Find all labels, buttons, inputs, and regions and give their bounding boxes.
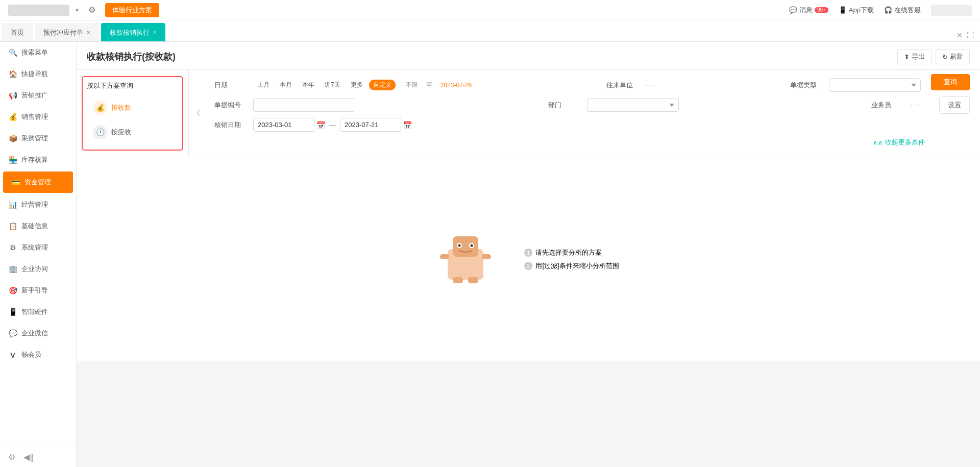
tab-receipt-label: 收款核销执行	[110, 28, 150, 37]
sidebar-item-marketing[interactable]: 📢 营销推广	[0, 85, 76, 106]
sidebar-item-search-menu[interactable]: 🔍 搜索菜单	[0, 42, 76, 63]
custom-date-badge[interactable]: 自定义	[369, 80, 396, 90]
service-icon: 🎧	[884, 6, 892, 14]
tab-prepay-close[interactable]: ✕	[86, 30, 90, 35]
online-service-button[interactable]: 🎧 在线客服	[884, 6, 921, 15]
sidebar-item-quick-nav[interactable]: 🏠 快捷导航	[0, 63, 76, 85]
date-to-value: 2023-07-26	[440, 82, 472, 89]
sidebar-item-guide[interactable]: 🎯 新手引导	[0, 280, 76, 301]
refresh-icon: ↻	[942, 53, 948, 61]
sidebar-item-search-menu-label: 搜索菜单	[21, 48, 48, 57]
tab-receipt-close[interactable]: ✕	[153, 30, 157, 35]
more-date-btn[interactable]: 更多	[347, 80, 367, 90]
action-buttons-col: 查询 设置	[931, 70, 980, 157]
filter-option-receivable[interactable]: 🕐 按应收	[87, 121, 178, 143]
collapse-more-button[interactable]: ∧∧ 收起更多条件	[867, 136, 931, 149]
inventory-icon: 🏪	[8, 155, 17, 164]
empty-hints: 1 请先选择要分析的方案 2 用[过滤]条件来缩小分析范围	[524, 248, 619, 271]
svg-rect-8	[453, 277, 463, 283]
quick-nav-icon: 🏠	[8, 69, 17, 79]
app-download-button[interactable]: 📱 App下载	[839, 6, 874, 15]
user-avatar[interactable]	[931, 5, 972, 16]
sidebar-item-vip[interactable]: V 畅会员	[0, 344, 76, 365]
maximize-icon[interactable]: ⛶	[967, 31, 974, 39]
bill-no-input[interactable]	[253, 98, 355, 112]
sidebar-item-marketing-label: 营销推广	[21, 91, 48, 100]
content-area: 收款核销执行(按收款) ⬆ 导出 ↻ 刷新 按以下方案查询	[77, 42, 980, 467]
calendar-start-icon[interactable]: 📅	[316, 121, 325, 129]
filter-row-2: 单据编号 部门 业务员 ···	[204, 98, 931, 112]
business-icon: 📊	[8, 200, 17, 209]
dept-select[interactable]	[587, 98, 679, 112]
sidebar-item-basic-info[interactable]: 📋 基础信息	[0, 215, 76, 237]
by-receipt-icon: 💰	[93, 101, 107, 115]
filter-scheme-title: 按以下方案查询	[87, 81, 178, 90]
tab-home[interactable]: 首页	[2, 23, 33, 41]
download-icon: 📱	[839, 6, 847, 14]
hint-2-text: 用[过滤]条件来缩小分析范围	[535, 261, 619, 271]
sidebar-item-purchase[interactable]: 📦 采购管理	[0, 128, 76, 149]
verify-date-label: 核销日期	[214, 120, 245, 130]
filter-area: 按以下方案查询 💰 按收款 🕐 按应收 《	[77, 70, 980, 157]
collapse-more-area: ∧∧ 收起更多条件	[204, 136, 931, 149]
sidebar-item-purchase-label: 采购管理	[21, 134, 48, 143]
verify-date-start-input[interactable]	[253, 118, 314, 132]
calendar-end-icon[interactable]: 📅	[403, 121, 412, 129]
last-7days-btn[interactable]: 近7天	[321, 80, 345, 90]
sidebar-settings-icon[interactable]: ⚙	[8, 452, 15, 462]
enterprise-icon: 🏢	[8, 264, 17, 274]
svg-point-5	[471, 244, 473, 247]
filter-left: 按以下方案查询 💰 按收款 🕐 按应收 《	[77, 70, 204, 157]
sidebar: 🔍 搜索菜单 🏠 快捷导航 📢 营销推广 💰 销售管理 📦 采购管理 🏪 库存核…	[0, 42, 77, 467]
verify-date-end-input[interactable]	[340, 118, 401, 132]
sidebar-item-system[interactable]: ⚙ 系统管理	[0, 237, 76, 258]
sidebar-item-funds[interactable]: 💳 资金管理	[3, 171, 73, 193]
sidebar-item-enterprise[interactable]: 🏢 企业协同	[0, 258, 76, 280]
robot-svg	[437, 231, 494, 287]
last-month-btn[interactable]: 上月	[253, 80, 274, 90]
query-button[interactable]: 查询	[931, 74, 970, 90]
tab-home-label: 首页	[11, 28, 24, 37]
staff-dots[interactable]: ···	[910, 100, 921, 110]
this-month-btn[interactable]: 本月	[276, 80, 296, 90]
sidebar-item-smart-hw[interactable]: 📱 智能硬件	[0, 301, 76, 323]
wechat-icon: 💬	[8, 329, 17, 338]
tab-prepay[interactable]: 预付冲应付单 ✕	[35, 23, 99, 41]
sidebar-item-business[interactable]: 📊 经营管理	[0, 194, 76, 215]
sidebar-collapse-icon[interactable]: ◀‖	[23, 452, 34, 462]
sidebar-item-inventory[interactable]: 🏪 库存核算	[0, 149, 76, 170]
sidebar-item-smart-hw-label: 智能硬件	[21, 307, 48, 316]
dept-label: 部门	[548, 101, 579, 110]
sidebar-item-wechat-label: 企业微信	[21, 329, 48, 338]
message-button[interactable]: 💬 消息 99+	[789, 6, 828, 15]
search-menu-icon: 🔍	[8, 48, 17, 57]
filter-option-receipt[interactable]: 💰 按收款	[87, 96, 178, 119]
dropdown-arrow[interactable]: ▾	[76, 7, 79, 14]
by-receivable-label: 按应收	[111, 128, 131, 137]
close-all-icon[interactable]: ✕	[957, 31, 963, 39]
marketing-icon: 📢	[8, 91, 17, 100]
empty-illustration	[437, 231, 494, 287]
sidebar-item-sales[interactable]: 💰 销售管理	[0, 106, 76, 128]
sidebar-item-wechat[interactable]: 💬 企业微信	[0, 323, 76, 344]
sidebar-item-business-label: 经营管理	[21, 200, 48, 209]
bill-type-select[interactable]	[829, 78, 921, 92]
date-to-text: 至	[426, 81, 432, 89]
settings-icon[interactable]: ⚙	[85, 3, 99, 17]
export-button[interactable]: ⬆ 导出	[897, 49, 932, 64]
tab-actions: ✕ ⛶	[957, 31, 980, 41]
solution-button[interactable]: 体验行业方案	[105, 3, 159, 17]
filter-collapse-button[interactable]: 《	[189, 70, 204, 157]
svg-point-4	[458, 244, 461, 247]
filter-row-3: 核销日期 📅 — 📅	[204, 118, 931, 132]
refresh-button[interactable]: ↻ 刷新	[936, 49, 970, 64]
sidebar-item-quick-nav-label: 快捷导航	[21, 69, 48, 79]
tab-receipt[interactable]: 收款核销执行 ✕	[101, 23, 165, 41]
main-layout: 🔍 搜索菜单 🏠 快捷导航 📢 营销推广 💰 销售管理 📦 采购管理 🏪 库存核…	[0, 42, 980, 467]
page-header-actions: ⬆ 导出 ↻ 刷新	[897, 49, 970, 64]
svg-rect-6	[440, 254, 449, 259]
settings-button[interactable]: 设置	[939, 96, 970, 114]
empty-state: 1 请先选择要分析的方案 2 用[过滤]条件来缩小分析范围	[77, 157, 980, 361]
this-year-btn[interactable]: 本年	[298, 80, 318, 90]
partner-dots[interactable]: ···	[645, 80, 656, 90]
